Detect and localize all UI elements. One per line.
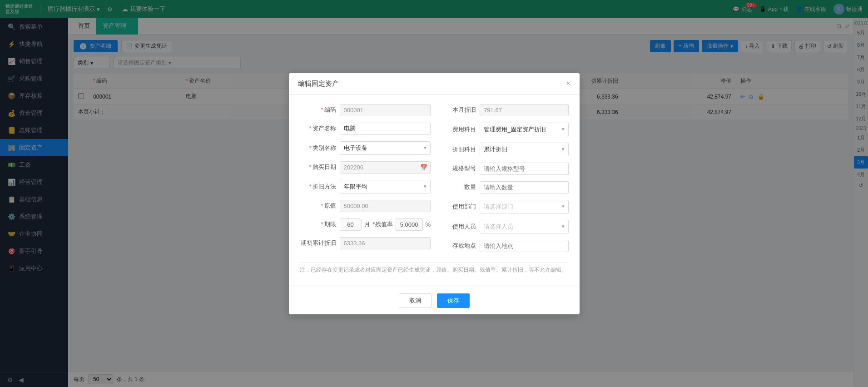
dep-method-label: *折旧方法 <box>300 183 336 191</box>
quantity-label: 数量 <box>440 183 476 191</box>
dep-method-value: 年限平均 <box>344 183 367 191</box>
code-label: *编码 <box>300 106 336 114</box>
dept-placeholder: 请选择部门 <box>484 203 513 211</box>
dialog-body: *编码 *资产名称 *类别名称 电子设备 ▾ <box>289 95 580 287</box>
month-dep-input[interactable] <box>480 104 568 116</box>
category-select[interactable]: 电子设备 ▾ <box>340 141 431 155</box>
expense-subject-label: 费用科目 <box>440 125 476 134</box>
code-input[interactable] <box>340 104 431 116</box>
form-row-period: *期限 月 *残值率 % <box>300 218 431 231</box>
calendar-icon[interactable]: 📅 <box>420 164 427 171</box>
quantity-input[interactable] <box>480 181 568 194</box>
form-col-left: *编码 *资产名称 *类别名称 电子设备 ▾ <box>300 104 431 258</box>
dept-select[interactable]: 请选择部门 ▾ <box>480 200 568 213</box>
form-grid: *编码 *资产名称 *类别名称 电子设备 ▾ <box>300 104 569 258</box>
dialog-close-btn[interactable]: × <box>566 79 570 88</box>
period-group: 月 *残值率 % <box>340 218 431 231</box>
period-input[interactable] <box>340 218 362 231</box>
cancel-btn[interactable]: 取消 <box>399 293 432 308</box>
purchase-date-input[interactable] <box>340 161 431 174</box>
form-row-dep-method: *折旧方法 年限平均 ▾ <box>300 180 431 194</box>
form-row-month-dep: 本月折旧 <box>440 104 568 116</box>
name-label: *资产名称 <box>300 124 336 133</box>
period-unit: 月 <box>364 220 370 228</box>
name-input[interactable] <box>340 123 431 135</box>
dep-method-select[interactable]: 年限平均 ▾ <box>340 180 431 194</box>
form-row-code: *编码 <box>300 104 431 116</box>
spec-model-label: 规格型号 <box>440 164 476 173</box>
form-row-purchase-date: *购买日期 📅 <box>300 161 431 174</box>
dialog-header: 编辑固定资产 × <box>289 73 580 95</box>
dep-subject-label: 折旧科目 <box>440 145 476 154</box>
form-row-quantity: 数量 <box>440 181 568 194</box>
residual-rate-input[interactable] <box>396 218 423 231</box>
form-row-spec-model: 规格型号 <box>440 163 568 175</box>
period-label: *期限 <box>300 220 336 228</box>
init-acc-dep-input[interactable] <box>340 237 431 249</box>
form-row-category: *类别名称 电子设备 ▾ <box>300 141 431 155</box>
edit-asset-dialog: 编辑固定资产 × *编码 *资产名称 <box>289 73 580 314</box>
expense-subject-select[interactable]: 管理费用_固定资产折旧 ▾ <box>480 123 568 136</box>
form-row-name: *资产名称 <box>300 123 431 135</box>
form-row-dept: 使用部门 请选择部门 ▾ <box>440 200 568 213</box>
form-row-location: 存放地点 <box>440 240 568 252</box>
location-input[interactable] <box>480 240 568 252</box>
residual-rate-unit: % <box>426 221 431 228</box>
original-value-input[interactable] <box>340 200 431 212</box>
dialog-overlay: 编辑固定资产 × *编码 *资产名称 <box>0 0 868 387</box>
dialog-footer: 取消 保存 <box>289 287 580 314</box>
dept-label: 使用部门 <box>440 203 476 211</box>
form-row-dep-subject: 折旧科目 累计折旧 ▾ <box>440 143 568 156</box>
residual-rate-label: *残值率 <box>373 220 393 228</box>
category-value: 电子设备 <box>344 144 367 152</box>
category-chevron: ▾ <box>424 145 427 151</box>
init-acc-dep-label: 期初累计折旧 <box>300 239 336 247</box>
purchase-date-wrapper: 📅 <box>340 161 431 174</box>
person-label: 使用人员 <box>440 223 476 231</box>
form-row-init-acc-dep: 期初累计折旧 <box>300 237 431 249</box>
dep-subject-value: 累计折旧 <box>484 145 507 154</box>
category-label-dialog: *类别名称 <box>300 144 336 152</box>
save-btn[interactable]: 保存 <box>437 293 470 308</box>
purchase-date-label: *购买日期 <box>300 163 336 171</box>
expense-subject-value: 管理费用_固定资产折旧 <box>484 125 546 134</box>
form-col-right: 本月折旧 费用科目 管理费用_固定资产折旧 ▾ 折旧科目 <box>440 104 568 258</box>
original-value-label: *原值 <box>300 202 336 210</box>
dialog-note: 注：已经存在变更记录或者对应固定资产已经生成凭证，原值、购买日期、残值率、累计折… <box>300 262 569 278</box>
spec-model-input[interactable] <box>480 163 568 175</box>
month-dep-label: 本月折旧 <box>440 106 476 114</box>
form-row-expense-subject: 费用科目 管理费用_固定资产折旧 ▾ <box>440 123 568 136</box>
form-row-person: 使用人员 请选择人员 ▾ <box>440 220 568 233</box>
person-placeholder: 请选择人员 <box>484 223 513 231</box>
dep-subject-select[interactable]: 累计折旧 ▾ <box>480 143 568 156</box>
form-row-original-value: *原值 <box>300 200 431 212</box>
person-select[interactable]: 请选择人员 ▾ <box>480 220 568 233</box>
dialog-title: 编辑固定资产 <box>298 79 339 88</box>
location-label: 存放地点 <box>440 242 476 250</box>
